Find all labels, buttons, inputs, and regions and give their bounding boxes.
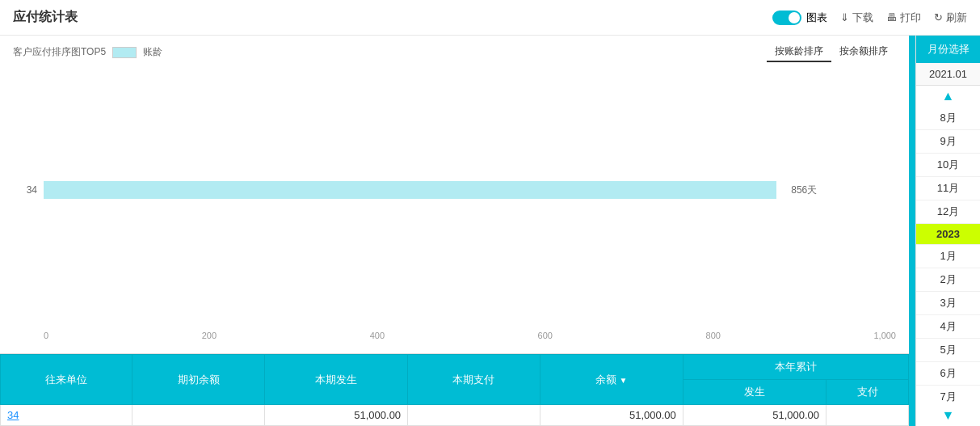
td-current-occur: 51,000.00 <box>264 405 407 426</box>
refresh-label: 刷新 <box>946 11 967 25</box>
table-section: 往来单位 期初余额 本期发生 本期支付 余额 ▼ 本年累计 发生 <box>0 353 909 426</box>
td-current-pay <box>408 405 540 426</box>
sidebar-year-2023[interactable]: 2023 <box>916 224 980 245</box>
sidebar-month-6[interactable]: 6月 <box>916 362 980 386</box>
sidebar-month-1[interactable]: 1月 <box>916 245 980 268</box>
unit-link[interactable]: 34 <box>7 409 19 421</box>
sidebar: 月份选择 ▲ 8月 9月 10月 11月 12月 2023 1月 2月 3月 4… <box>915 36 980 426</box>
download-icon: ⇓ <box>840 11 849 23</box>
page-title: 应付统计表 <box>13 9 78 26</box>
refresh-icon: ↻ <box>934 11 943 23</box>
th-ytd: 本年累计 <box>683 355 908 380</box>
td-opening <box>132 405 264 426</box>
sidebar-month-5[interactable]: 5月 <box>916 339 980 362</box>
td-ytd-occur: 51,000.00 <box>683 405 826 426</box>
sidebar-month-9[interactable]: 9月 <box>916 130 980 154</box>
sidebar-month-10[interactable]: 10月 <box>916 154 980 177</box>
header-actions: 图表 ⇓ 下载 🖶 打印 ↻ 刷新 <box>772 11 967 25</box>
year-input[interactable] <box>916 63 980 86</box>
th-balance: 余额 ▼ <box>540 355 683 405</box>
scroll-down-button[interactable]: ▼ <box>916 405 980 426</box>
x-tick-800: 800 <box>706 331 721 340</box>
th-ytd-occur: 发生 <box>683 380 826 405</box>
sidebar-divider[interactable] <box>909 36 915 426</box>
th-current-pay: 本期支付 <box>408 355 540 405</box>
chart-legend: 客户应付排序图TOP5 账龄 <box>13 45 162 59</box>
refresh-button[interactable]: ↻ 刷新 <box>934 11 967 25</box>
bar-label: 34 <box>13 184 37 196</box>
x-tick-200: 200 <box>202 331 217 340</box>
x-tick-400: 400 <box>370 331 385 340</box>
sidebar-month-2[interactable]: 2月 <box>916 268 980 292</box>
td-unit: 34 <box>1 405 132 426</box>
chart-toggle-label: 图表 <box>806 11 827 25</box>
legend-box <box>112 47 137 58</box>
td-balance: 51,000.00 <box>540 405 683 426</box>
th-opening: 期初余额 <box>132 355 264 405</box>
data-table: 往来单位 期初余额 本期发生 本期支付 余额 ▼ 本年累计 发生 <box>0 354 909 426</box>
td-ytd-pay <box>826 405 909 426</box>
download-button[interactable]: ⇓ 下载 <box>840 11 873 25</box>
sidebar-header: 月份选择 <box>916 36 980 63</box>
sidebar-month-12[interactable]: 12月 <box>916 200 980 224</box>
page-container: 应付统计表 图表 ⇓ 下载 🖶 打印 ↻ 刷新 <box>0 0 980 426</box>
sidebar-months-list: 8月 9月 10月 11月 12月 2023 1月 2月 3月 4月 5月 6月… <box>916 107 980 405</box>
chart-area: 34 856天 0 200 <box>13 77 896 327</box>
print-button[interactable]: 🖶 打印 <box>886 11 921 25</box>
main-content: 客户应付排序图TOP5 账龄 按账龄排序 按余额排序 <box>0 36 980 426</box>
header: 应付统计表 图表 ⇓ 下载 🖶 打印 ↻ 刷新 <box>0 0 980 36</box>
download-label: 下载 <box>852 11 873 25</box>
chart-section: 客户应付排序图TOP5 账龄 按账龄排序 按余额排序 <box>0 36 909 426</box>
chart-header: 客户应付排序图TOP5 账龄 按账龄排序 按余额排序 <box>0 36 909 69</box>
th-unit: 往来单位 <box>1 355 132 405</box>
x-tick-1000: 1,000 <box>873 331 896 340</box>
bar-end-label: 856天 <box>791 183 817 197</box>
legend-label: 账龄 <box>143 45 162 59</box>
chart-sort-buttons: 按账龄排序 按余额排序 <box>767 42 896 62</box>
legend-title: 客户应付排序图TOP5 <box>13 45 106 59</box>
th-ytd-pay: 支付 <box>826 380 909 405</box>
sidebar-month-3[interactable]: 3月 <box>916 292 980 315</box>
scroll-up-button[interactable]: ▲ <box>916 86 980 107</box>
sidebar-month-8[interactable]: 8月 <box>916 107 980 130</box>
bar-wrapper: 856天 <box>44 181 896 199</box>
bar-chart: 34 856天 <box>13 77 896 327</box>
x-tick-0: 0 <box>44 331 48 340</box>
table-row: 34 51,000.00 51,000.00 51,000.00 <box>1 405 909 426</box>
print-icon: 🖶 <box>886 11 897 23</box>
chart-body: 34 856天 0 200 <box>0 69 909 353</box>
sort-by-balance-btn[interactable]: 按账龄排序 <box>767 42 831 62</box>
sidebar-month-11[interactable]: 11月 <box>916 177 980 200</box>
sidebar-month-7[interactable]: 7月 <box>916 386 980 405</box>
sort-by-amount-btn[interactable]: 按余额排序 <box>831 42 896 62</box>
chart-toggle-container[interactable]: 图表 <box>772 11 827 25</box>
th-current-occur: 本期发生 <box>264 355 407 405</box>
up-arrow-icon: ▲ <box>942 89 955 103</box>
bar-fill: 856天 <box>44 181 776 199</box>
x-axis: 0 200 400 600 800 1,000 <box>13 327 896 344</box>
sidebar-month-4[interactable]: 4月 <box>916 315 980 339</box>
chart-toggle[interactable] <box>772 11 801 25</box>
print-label: 打印 <box>900 11 921 25</box>
bar-row: 34 856天 <box>13 174 896 206</box>
x-tick-600: 600 <box>538 331 553 340</box>
down-arrow-icon: ▼ <box>942 408 955 423</box>
